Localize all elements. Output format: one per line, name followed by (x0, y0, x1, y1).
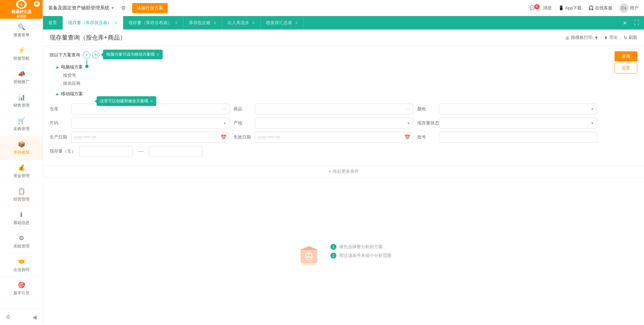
tooltip-create-close-button[interactable]: × (150, 99, 153, 104)
inv-status-select[interactable]: ▼ (439, 118, 597, 128)
filter-top-row: 按以下方案查询 + ↻ ← 电脑方案可设为移动方案哦 × (50, 51, 637, 59)
sidebar-item-finance[interactable]: 💰 资金管理 (0, 160, 43, 183)
scheme-item-by-code[interactable]: 按货号 (63, 71, 83, 79)
sidebar-item-search[interactable]: 🔍 搜索菜单 (0, 19, 43, 42)
expiry-date-calendar-icon[interactable]: 📅 (405, 134, 410, 140)
collapse-sidebar-icon[interactable]: ◀ (31, 313, 39, 321)
tab-home[interactable]: 首页 (43, 16, 63, 30)
filter-item-expiry-date: 失效日期 yyyy-mm-dd 📅 (233, 132, 413, 143)
tab-close-all-button[interactable]: ✕ (620, 18, 629, 28)
tab-inventory-dist[interactable]: 现存量（库存分布表） ✕ (123, 16, 183, 30)
system-icon: ⚙ (17, 234, 25, 242)
divider (601, 35, 601, 40)
mobile-group-toggle: ▶ (56, 92, 59, 96)
search-button[interactable]: 查询 (614, 51, 637, 61)
pc-group-label: 电脑端方案 (61, 64, 83, 70)
filter-item-batch: 批号 (417, 132, 597, 143)
sidebar-item-inventory[interactable]: 📦 库存核算 (0, 136, 43, 160)
tab-batch-ledger[interactable]: 库存批次账 ✕ (183, 16, 222, 30)
sidebar-item-purchase[interactable]: 🛒 采购管理 (0, 113, 43, 136)
industry-plan-button[interactable]: 体验行业方案 (132, 3, 168, 13)
sidebar-item-management[interactable]: 📋 经营管理 (0, 183, 43, 207)
user-label: 用户 (630, 5, 639, 11)
app-download-item[interactable]: 📱 App下载 (558, 5, 582, 11)
batch-label: 批号 (417, 134, 436, 140)
sidebar-item-sales[interactable]: 📊 销售管理 (0, 89, 43, 113)
color-select[interactable]: ▼ (439, 104, 597, 114)
prod-date-calendar-icon[interactable]: 📅 (221, 134, 226, 140)
tab-close-summary[interactable]: ✕ (295, 21, 298, 25)
svg-point-5 (307, 255, 308, 256)
refresh-button[interactable]: ↻ 刷新 (624, 35, 637, 41)
template-arrow-icon: ▼ (594, 35, 598, 40)
topbar-gear-icon[interactable]: ⚙ (119, 3, 128, 13)
sidebar: 6 畅通好生意 标准版 标 🔍 搜索菜单 ⚡ 快捷导航 📣 营销推广 📊 销售管… (0, 0, 43, 325)
template-print-button[interactable]: 🖨 按模板打印 ▼ (565, 35, 598, 41)
scheme-item-by-supplier[interactable]: 按供应商 (63, 79, 83, 88)
sidebar-item-marketing[interactable]: 📣 营销推广 (0, 66, 43, 89)
filter-row-4: 现存量（主） — (50, 146, 637, 157)
filter-refresh-scheme-button[interactable]: ↻ (92, 51, 100, 59)
batch-input[interactable] (439, 132, 597, 143)
tooltip-pc-close-button[interactable]: × (157, 52, 159, 57)
tab-flow-label: 出入库流水 (227, 20, 249, 26)
tab-inventory-dist-label: 现存量（库存分布表） (128, 20, 172, 26)
sidebar-item-label: 销售管理 (13, 103, 30, 108)
enterprise-icon: 🤝 (17, 258, 25, 266)
filter-panel: 按以下方案查询 + ↻ ← 电脑方案可设为移动方案哦 × (43, 46, 644, 166)
tab-close-batch-ledger[interactable]: ✕ (213, 21, 216, 25)
collapse-bar[interactable]: ∧ 收起更多条件 (43, 166, 644, 177)
notification-item[interactable]: 💬 6 消息 (530, 5, 552, 11)
settings-bottom-icon[interactable]: ⚙ (4, 313, 12, 321)
range-dash: — (136, 148, 146, 154)
online-support-item[interactable]: 🎧 在线客服 (588, 5, 612, 11)
svg-marker-3 (301, 246, 317, 250)
export-label: 导出 (609, 35, 618, 41)
tab-close-flow[interactable]: ✕ (252, 21, 255, 25)
color-label: 颜色 (417, 106, 436, 112)
user-item[interactable]: Ea 用户 (619, 3, 639, 13)
tab-close-inventory-dist[interactable]: ✕ (175, 21, 178, 25)
sidebar-item-system[interactable]: ⚙ 系统管理 (0, 230, 43, 254)
tab-flow[interactable]: 出入库流水 ✕ (222, 16, 261, 30)
logo-sub-text: 标准版 (16, 14, 26, 19)
system-name-text: 装备及固定资产辅助管理系统 (48, 5, 109, 11)
pc-group-toggle: ▶ (56, 65, 59, 69)
logo-main-text: 畅通好生意 (11, 9, 32, 14)
sidebar-item-enterprise[interactable]: 🤝 企业协同 (0, 254, 43, 277)
setting-button[interactable]: 设置 (614, 63, 637, 73)
tab-inventory-status[interactable]: 现存量（库存状况表） ✕ (63, 16, 123, 30)
sidebar-item-quick[interactable]: ⚡ 快捷导航 (0, 42, 43, 66)
guide-icon: 🎯 (17, 281, 25, 289)
filter-label: 按以下方案查询 (50, 52, 80, 58)
sidebar-item-label: 采购管理 (13, 126, 30, 132)
expiry-date-input[interactable]: yyyy-mm-dd 📅 (255, 132, 413, 143)
warehouse-label: 仓库 (50, 106, 68, 112)
warehouse-dots[interactable]: ··· (222, 106, 226, 112)
sidebar-item-label: 快捷导航 (13, 56, 30, 61)
filter-add-scheme-button[interactable]: + (83, 51, 90, 59)
empty-state: 1 请先选择要分析的方案 2 用过滤条件来缩小分析范围 (43, 177, 644, 325)
inv-qty-from-input[interactable] (79, 146, 133, 157)
tab-summary[interactable]: 收发存汇总表 ✕ (261, 16, 304, 30)
origin-select[interactable]: ▼ (255, 118, 413, 128)
prod-date-input[interactable]: yyyy-mm-dd 📅 (71, 132, 229, 143)
system-dropdown-icon[interactable]: ▼ (111, 6, 115, 10)
sidebar-item-basic[interactable]: ℹ 基础信息 (0, 207, 43, 230)
sidebar-nav: 🔍 搜索菜单 ⚡ 快捷导航 📣 营销推广 📊 销售管理 🛒 采购管理 📦 库存核… (0, 19, 43, 309)
scheme-group-mobile-header[interactable]: ▶ 移动端方案 (56, 90, 83, 98)
scheme-group-pc-header[interactable]: ▶ 电脑端方案 (56, 63, 83, 71)
tab-fullscreen-button[interactable]: ⛶ (632, 18, 641, 28)
inv-qty-to-input[interactable] (149, 146, 203, 157)
sidebar-item-guide[interactable]: 🎯 新手引导 (0, 277, 43, 301)
notification-label: 消息 (543, 5, 552, 11)
page-header-actions: 🖨 按模板打印 ▼ ⬆ 导出 ↻ 刷新 (565, 35, 637, 41)
size-select[interactable]: ▼ (71, 118, 229, 128)
product-dots[interactable]: ··· (406, 106, 410, 112)
tab-close-inventory-status[interactable]: ✕ (114, 21, 117, 25)
empty-step-2: 2 用过滤条件来缩小分析范围 (330, 253, 391, 259)
svg-point-4 (305, 252, 313, 260)
export-button[interactable]: ⬆ 导出 (604, 35, 618, 41)
topbar-right: 💬 6 消息 📱 App下载 🎧 在线客服 Ea 用户 (530, 3, 639, 13)
product-select[interactable]: ··· (255, 104, 413, 114)
